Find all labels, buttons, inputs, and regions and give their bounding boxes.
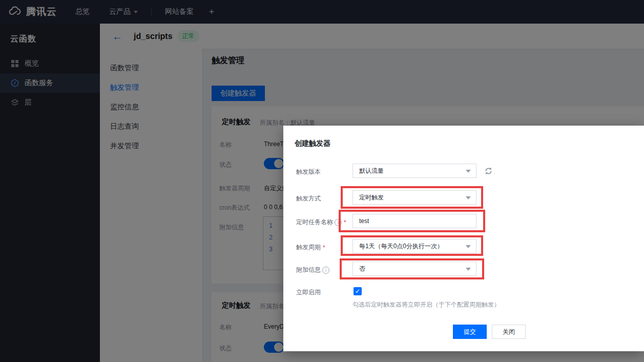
label-trigger-version: 触发版本: [296, 168, 321, 176]
close-button[interactable]: 关闭: [492, 325, 526, 339]
refresh-icon[interactable]: [484, 167, 493, 175]
trigger-method-select[interactable]: 定时触发: [352, 190, 476, 205]
dropdown-caret-icon: [466, 196, 471, 199]
label-trigger-method: 触发方式: [296, 194, 321, 203]
task-name-input[interactable]: [352, 214, 476, 228]
enable-now-checkbox[interactable]: ✓: [354, 287, 362, 295]
enable-help-text: 勾选后定时触发器将立即开启（于下个配置周期触发）: [352, 300, 500, 309]
label-enable-now: 立即启用: [296, 288, 321, 297]
dropdown-caret-icon: [466, 170, 471, 173]
dropdown-caret-icon: [466, 245, 471, 248]
trigger-version-select[interactable]: 默认流量: [352, 164, 476, 178]
required-asterisk: *: [323, 244, 325, 251]
create-trigger-dialog: 创建触发器 触发版本 默认流量 触发方式 定时触发 定时任务名称 i * 触发周…: [283, 126, 644, 351]
check-icon: ✓: [355, 288, 360, 295]
dropdown-caret-icon: [466, 268, 471, 271]
label-task-name: 定时任务名称 i *: [296, 218, 346, 227]
label-trigger-period: 触发周期 *: [296, 243, 325, 252]
trigger-period-select[interactable]: 每1天（每天0点0分执行一次）: [352, 239, 476, 253]
required-asterisk: *: [344, 219, 346, 226]
label-extra-info: 附加信息 i: [296, 266, 329, 274]
info-icon[interactable]: i: [322, 267, 329, 274]
submit-button[interactable]: 提交: [453, 325, 487, 339]
info-icon[interactable]: i: [335, 219, 342, 226]
dialog-title: 创建触发器: [295, 139, 330, 148]
extra-info-select[interactable]: 否: [352, 262, 476, 276]
